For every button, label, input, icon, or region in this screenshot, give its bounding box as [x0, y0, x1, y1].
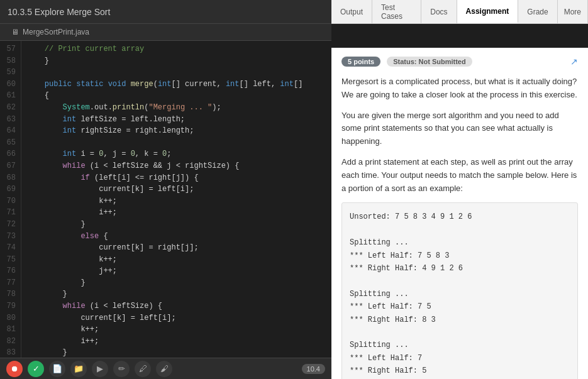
brush-button[interactable]: 🖌: [156, 361, 172, 377]
points-badge: 5 points: [341, 57, 380, 67]
line-numbers: 57 58 59 60 61 62 63 64 65 66 67 68 69 7…: [0, 41, 21, 379]
main-layout: 🖥 MergeSortPrint.java 57 58 59 60 61 62 …: [0, 24, 588, 379]
version-badge: 10.4: [302, 364, 325, 374]
pencil-button[interactable]: 🖊: [135, 361, 151, 377]
document-button[interactable]: 📄: [49, 361, 65, 377]
status-badge: Status: Not Submitted: [387, 57, 472, 67]
assignment-text: Mergesort is a complicated process, but …: [341, 75, 578, 379]
bottom-toolbar: ⏺ ✓ 📄 📁 ▶ ✏ 🖊 🖌 10.4: [0, 358, 331, 379]
code-sample: Unsorted: 7 5 8 3 4 9 1 2 6 Splitting ..…: [341, 202, 578, 379]
record-button[interactable]: ⏺: [6, 361, 23, 377]
external-link-icon[interactable]: ↗: [570, 57, 578, 67]
tab-assignment[interactable]: Assignment: [457, 0, 519, 23]
file-name: MergeSortPrint.java: [23, 28, 89, 36]
tab-grade[interactable]: Grade: [518, 0, 557, 23]
code-content[interactable]: // Print current array } public static v…: [21, 41, 331, 379]
tab-test-cases[interactable]: Test Cases: [372, 0, 421, 23]
paragraph-3: Add a print statement at each step, as w…: [341, 156, 578, 195]
edit-button[interactable]: ✏: [113, 361, 130, 377]
tab-bar: Output Test Cases Docs Assignment Grade …: [331, 0, 588, 24]
check-button[interactable]: ✓: [28, 361, 44, 377]
points-bar: 5 points Status: Not Submitted ↗: [341, 57, 578, 67]
tab-docs[interactable]: Docs: [421, 0, 457, 23]
file-icon: 🖥: [11, 28, 19, 36]
editor-panel: 🖥 MergeSortPrint.java 57 58 59 60 61 62 …: [0, 24, 331, 379]
file-tab: 🖥 MergeSortPrint.java: [0, 24, 331, 41]
right-panel: 5 points Status: Not Submitted ↗ Mergeso…: [331, 48, 588, 379]
paragraph-2: You are given the merge sort algorithm a…: [341, 109, 578, 148]
tab-more[interactable]: More: [558, 0, 588, 23]
tab-output[interactable]: Output: [331, 0, 372, 23]
paragraph-1: Mergesort is a complicated process, but …: [341, 75, 578, 102]
code-area[interactable]: 57 58 59 60 61 62 63 64 65 66 67 68 69 7…: [0, 41, 331, 379]
file-button[interactable]: 📁: [70, 361, 87, 377]
play-button[interactable]: ▶: [92, 361, 108, 377]
